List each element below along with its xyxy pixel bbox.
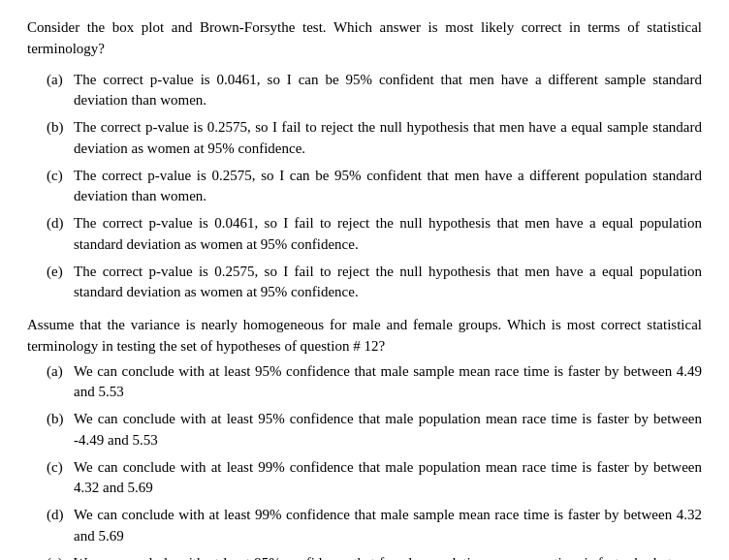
list-item: (e) The correct p-value is 0.2575, so I … (47, 262, 702, 304)
option-text-e2: We can conclude with at least 95% confid… (74, 553, 702, 561)
list-item: (c) We can conclude with at least 99% co… (47, 457, 702, 500)
list-item: (a) The correct p-value is 0.0461, so I … (47, 70, 702, 112)
option-text-b2: We can conclude with at least 95% confid… (74, 409, 702, 451)
option-label-a2: (a) (47, 361, 74, 383)
option-label-e2: (e) (47, 553, 74, 561)
list-item: (d) The correct p-value is 0.0461, so I … (47, 213, 702, 256)
option-label-d1: (d) (47, 213, 74, 234)
question2-options: (a) We can conclude with at least 95% co… (47, 361, 702, 561)
question2-prompt: Assume that the variance is nearly homog… (27, 315, 702, 358)
option-label-d2: (d) (47, 505, 74, 526)
option-label-b1: (b) (47, 117, 74, 139)
option-label-a1: (a) (47, 70, 74, 91)
option-label-b2: (b) (47, 409, 74, 430)
option-label-e1: (e) (47, 262, 74, 283)
option-text-e1: The correct p-value is 0.2575, so I fail… (74, 262, 702, 304)
option-text-d2: We can conclude with at least 99% confid… (74, 505, 702, 547)
option-text-a1: The correct p-value is 0.0461, so I can … (74, 70, 702, 112)
list-item: (d) We can conclude with at least 99% co… (47, 505, 702, 547)
option-label-c1: (c) (47, 166, 74, 187)
option-text-b1: The correct p-value is 0.2575, so I fail… (74, 117, 702, 160)
list-item: (b) We can conclude with at least 95% co… (47, 409, 702, 451)
list-item: (c) The correct p-value is 0.2575, so I … (47, 166, 702, 208)
option-text-c2: We can conclude with at least 99% confid… (74, 457, 702, 500)
question1-prompt: Consider the box plot and Brown-Forsythe… (27, 17, 702, 60)
list-item: (a) We can conclude with at least 95% co… (47, 361, 702, 404)
option-label-c2: (c) (47, 457, 74, 479)
option-text-a2: We can conclude with at least 95% confid… (74, 361, 702, 404)
question1-options: (a) The correct p-value is 0.0461, so I … (47, 70, 702, 304)
option-text-c1: The correct p-value is 0.2575, so I can … (74, 166, 702, 208)
option-text-d1: The correct p-value is 0.0461, so I fail… (74, 213, 702, 256)
list-item: (b) The correct p-value is 0.2575, so I … (47, 117, 702, 160)
list-item: (e) We can conclude with at least 95% co… (47, 553, 702, 561)
